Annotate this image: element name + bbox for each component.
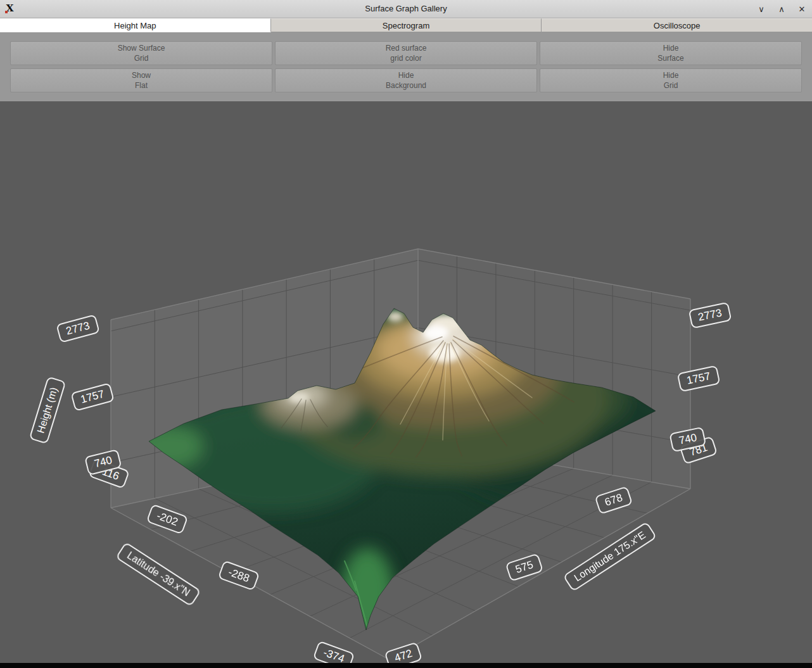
close-button[interactable]: ✕	[797, 4, 807, 14]
hide-surface-button[interactable]: Hide Surface	[540, 41, 802, 65]
window-title: Surface Graph Gallery	[0, 0, 812, 18]
app-icon-accent	[5, 11, 8, 13]
button-label: Hide	[398, 70, 414, 80]
controls-panel: Show Surface Grid Red surface grid color…	[0, 32, 812, 101]
button-label: Grid	[134, 53, 149, 63]
button-label: Background	[386, 80, 426, 91]
button-label: grid color	[390, 53, 421, 63]
button-label: Flat	[135, 80, 148, 91]
button-row-1: Show Surface Grid Red surface grid color…	[10, 41, 802, 65]
button-label: Hide	[663, 43, 679, 53]
button-label: Show	[132, 70, 151, 80]
window-app-icon[interactable]: X	[4, 3, 15, 14]
button-label: Show Surface	[118, 43, 165, 53]
button-label: Grid	[664, 80, 678, 91]
tab-oscilloscope[interactable]: Oscilloscope	[542, 18, 812, 32]
surface-grid-color-button[interactable]: Red surface grid color	[275, 41, 537, 65]
window-controls: ∨ ∧ ✕	[756, 0, 807, 18]
hide-background-button[interactable]: Hide Background	[275, 68, 537, 92]
hide-grid-button[interactable]: Hide Grid	[540, 68, 802, 92]
tab-height-map[interactable]: Height Map	[0, 18, 271, 32]
title-bar[interactable]: X Surface Graph Gallery ∨ ∧ ✕	[0, 0, 812, 18]
button-label: Surface	[657, 53, 683, 63]
button-label: Hide	[663, 70, 679, 80]
show-flat-button[interactable]: Show Flat	[10, 68, 272, 92]
surface-plot-view[interactable]: 2773 1757 -116 740 Height (m) 2773 1757 …	[0, 101, 812, 663]
button-row-2: Show Flat Hide Background Hide Grid	[10, 68, 802, 92]
tab-bar: Height Map Spectrogram Oscilloscope	[0, 18, 812, 32]
button-label: Red surface	[386, 43, 427, 53]
shade-button[interactable]: ∨	[756, 4, 766, 14]
application-window: { "window": { "title": "Surface Graph Ga…	[0, 0, 812, 668]
toggle-surface-grid-button[interactable]: Show Surface Grid	[10, 41, 272, 65]
maximize-button[interactable]: ∧	[777, 4, 787, 14]
window-bottom-edge	[0, 663, 812, 668]
tab-spectrogram[interactable]: Spectrogram	[271, 18, 542, 32]
